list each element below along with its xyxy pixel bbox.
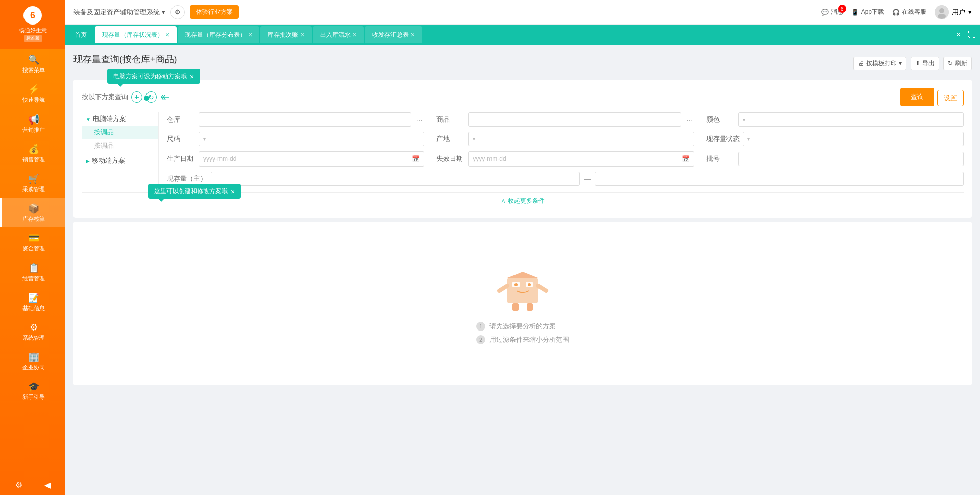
expire-date-calendar-icon[interactable]: 📅: [682, 155, 690, 162]
logo-area: 6 畅通好生意 标准版: [0, 0, 65, 49]
tab-recv-summary-label: 收发存汇总表: [372, 31, 409, 39]
tab-batch-account[interactable]: 库存批次账 ×: [260, 26, 311, 43]
empty-illustration: [492, 252, 553, 314]
page-content: 现存量查询(按仓库+商品) 🖨 按模板打印 ▾ ⬆ 导出 ↻ 刷新: [65, 45, 980, 495]
sidebar-item-basic[interactable]: 📝 基础信息: [0, 287, 65, 317]
warehouse-input[interactable]: [199, 112, 411, 127]
scheme-item-desktop-1[interactable]: 按调品: [82, 126, 158, 139]
tooltip-scheme-convert: 电脑方案可设为移动方案哦 ×: [107, 69, 200, 84]
produce-date-calendar-icon[interactable]: 📅: [412, 155, 420, 162]
sidebar-item-guide[interactable]: 🎓 新手引导: [0, 376, 65, 406]
export-btn[interactable]: ⬆ 导出: [911, 57, 939, 70]
tab-inventory-status[interactable]: 现存量（库存状况表） ×: [95, 26, 177, 43]
app-download-label: App下载: [861, 8, 884, 16]
goods-dots-btn[interactable]: ···: [684, 116, 694, 124]
tab-inout-flow-close[interactable]: ×: [353, 31, 357, 39]
scheme-group-mobile-header[interactable]: ▶ 移动端方案: [82, 154, 158, 168]
query-form-buttons: 查询 设置: [900, 88, 964, 106]
sidebar-item-marketing[interactable]: 📢 营销推广: [0, 109, 65, 138]
sidebar-item-basic-label: 基础信息: [22, 305, 45, 312]
message-badge: 6: [838, 5, 846, 13]
sidebar-item-quick-nav[interactable]: ⚡ 快速导航: [0, 79, 65, 108]
sidebar-item-operations[interactable]: 📋 经营管理: [0, 257, 65, 287]
refresh-icon: ↻: [948, 60, 953, 67]
message-action[interactable]: 💬 消息 6: [821, 8, 843, 16]
tab-bar: 首页 现存量（库存状况表） × 现存量（库存分布表） × 库存批次账 × 出入库…: [65, 25, 980, 45]
tooltip-scheme-convert-close[interactable]: ×: [190, 73, 194, 81]
empty-step-1: 1 请先选择要分析的方案: [476, 322, 569, 331]
query-add-button[interactable]: +: [131, 91, 142, 103]
quick-nav-icon: ⚡: [28, 84, 39, 95]
step-2-text: 用过滤条件来缩小分析范围: [489, 335, 569, 344]
sidebar-item-search[interactable]: 🔍 搜索菜单: [0, 49, 65, 79]
print-icon: 🖨: [858, 60, 864, 67]
svg-rect-4: [507, 278, 538, 303]
sidebar-item-inventory[interactable]: 📦 库存核算: [0, 198, 65, 227]
guide-icon: 🎓: [28, 381, 39, 392]
tab-recv-summary[interactable]: 收发存汇总表 ×: [365, 26, 422, 43]
refresh-label: 刷新: [955, 59, 967, 68]
stock-status-input[interactable]: ▾: [743, 132, 964, 146]
user-info[interactable]: 用户 ▾: [935, 5, 972, 19]
query-top-bar-left: 按以下方案查询 + ↻: [82, 91, 171, 103]
sidebar-item-system[interactable]: ⚙ 系统管理: [0, 317, 65, 346]
tab-inventory-dist[interactable]: 现存量（库存分布表） ×: [178, 26, 259, 43]
batch-input[interactable]: [738, 152, 964, 166]
system-selector[interactable]: 装备及固定资产辅助管理系统 ▾: [74, 8, 165, 17]
sidebar-item-sales[interactable]: 💰 销售管理: [0, 138, 65, 168]
step-1-number: 1: [476, 322, 485, 331]
system-name: 装备及固定资产辅助管理系统: [74, 8, 160, 17]
tab-inventory-status-close[interactable]: ×: [165, 31, 169, 39]
tab-fullscreen-btn[interactable]: ⛶: [966, 28, 978, 41]
expire-date-input[interactable]: yyyy-mm-dd 📅: [468, 151, 694, 167]
produce-date-placeholder: yyyy-mm-dd: [203, 155, 236, 162]
sidebar: 6 畅通好生意 标准版 🔍 搜索菜单 ⚡ 快速导航 📢 营销推广 💰 销售管理 …: [0, 0, 65, 495]
tooltip-scheme-edit-close[interactable]: ×: [231, 187, 235, 196]
tab-recv-summary-close[interactable]: ×: [411, 31, 415, 39]
sidebar-item-purchase[interactable]: 🛒 采购管理: [0, 168, 65, 198]
sidebar-collapse-btn[interactable]: ◀: [44, 480, 51, 490]
scheme-item-desktop-2[interactable]: 按调品: [82, 139, 158, 152]
top-actions-bar: 🖨 按模板打印 ▾ ⬆ 导出 ↻ 刷新: [853, 57, 972, 70]
tab-close-all-btn[interactable]: ×: [954, 28, 963, 41]
goods-input[interactable]: [468, 112, 681, 127]
sidebar-item-finance[interactable]: 💳 资金管理: [0, 227, 65, 257]
top-header-right: 💬 消息 6 📱 App下载 🎧 在线客服 用户 ▾: [821, 5, 972, 19]
produce-date-field: 生产日期 yyyy-mm-dd 📅: [167, 151, 424, 167]
template-print-btn[interactable]: 🖨 按模板打印 ▾: [853, 57, 906, 70]
tab-inventory-status-label: 现存量（库存状况表）: [102, 31, 163, 39]
query-back-button[interactable]: [160, 91, 171, 103]
search-button[interactable]: 查询: [900, 88, 934, 106]
page-title: 现存量查询(按仓库+商品): [74, 53, 177, 65]
sidebar-item-enterprise[interactable]: 🏢 企业协同: [0, 346, 65, 376]
setting-button[interactable]: 设置: [937, 90, 964, 106]
stock-main-from-input[interactable]: [211, 172, 580, 186]
tab-inventory-dist-close[interactable]: ×: [248, 31, 252, 39]
goods-field: 商品 ···: [436, 112, 694, 127]
desktop-scheme-arrow-icon: ▼: [86, 116, 91, 122]
refresh-btn[interactable]: ↻ 刷新: [943, 57, 972, 70]
sidebar-settings-btn[interactable]: ⚙: [15, 480, 22, 490]
stock-main-to-input[interactable]: [595, 172, 964, 186]
tab-batch-account-close[interactable]: ×: [300, 31, 304, 39]
experience-button[interactable]: 体验行业方案: [190, 5, 239, 19]
online-support-action[interactable]: 🎧 在线客服: [892, 8, 926, 16]
marketing-icon: 📢: [28, 114, 39, 125]
tab-inout-flow[interactable]: 出入库流水 ×: [313, 26, 364, 43]
main-area: 装备及固定资产辅助管理系统 ▾ ⚙ 体验行业方案 💬 消息 6 📱 App下载 …: [65, 0, 980, 495]
size-input[interactable]: ▾: [199, 132, 424, 146]
logo-char: 6: [30, 10, 35, 21]
produce-date-input[interactable]: yyyy-mm-dd 📅: [199, 151, 424, 167]
tab-home[interactable]: 首页: [67, 26, 94, 43]
stock-main-dash: —: [584, 175, 591, 183]
tooltip-scheme-edit: 这里可以创建和修改方案哦 ×: [148, 184, 241, 199]
origin-input[interactable]: ▾: [468, 132, 694, 146]
color-input[interactable]: ▾: [738, 112, 964, 127]
scheme-group-desktop-header[interactable]: ▼ 电脑端方案: [82, 112, 158, 126]
app-download-action[interactable]: 📱 App下载: [851, 8, 884, 16]
connector-dot: [144, 96, 149, 101]
origin-field: 产地 ▾: [436, 132, 694, 146]
sidebar-item-operations-label: 经营管理: [22, 275, 45, 282]
settings-button[interactable]: ⚙: [170, 5, 185, 19]
warehouse-dots-btn[interactable]: ···: [414, 116, 424, 124]
